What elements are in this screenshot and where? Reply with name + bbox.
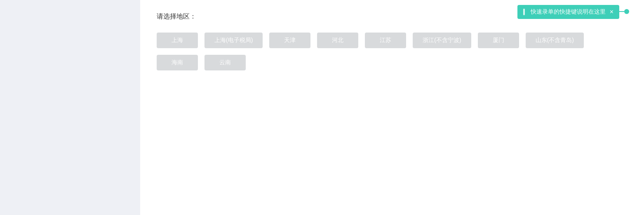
region-button-hainan[interactable]: 海南 — [157, 55, 198, 70]
tooltip-text: 快速录单的快捷键说明在这里 — [531, 8, 606, 16]
region-button-tianjin[interactable]: 天津 — [269, 33, 310, 48]
region-button-shanghai-etax[interactable]: 上海(电子税局) — [204, 33, 263, 48]
tooltip-connector-dot — [624, 9, 629, 14]
tooltip-banner: 快速录单的快捷键说明在这里 × — [517, 5, 619, 19]
region-button-zhejiang[interactable]: 浙江(不含宁波) — [413, 33, 471, 48]
tooltip-connector-line — [618, 11, 624, 12]
region-grid: 上海上海(电子税局)天津河北江苏浙江(不含宁波)厦门山东(不含青岛)海南云南 — [157, 33, 628, 70]
region-button-shandong[interactable]: 山东(不含青岛) — [526, 33, 584, 48]
region-button-hebei[interactable]: 河北 — [317, 33, 358, 48]
region-button-jiangsu[interactable]: 江苏 — [365, 33, 406, 48]
region-button-shanghai[interactable]: 上海 — [157, 33, 198, 48]
left-sidebar — [0, 0, 140, 215]
tooltip-close-button[interactable]: × — [610, 9, 613, 15]
main-content: 请选择地区： 上海上海(电子税局)天津河北江苏浙江(不含宁波)厦门山东(不含青岛… — [140, 0, 644, 215]
region-button-yunnan[interactable]: 云南 — [204, 55, 246, 70]
region-button-xiamen[interactable]: 厦门 — [478, 33, 519, 48]
tooltip-bar — [523, 9, 525, 15]
